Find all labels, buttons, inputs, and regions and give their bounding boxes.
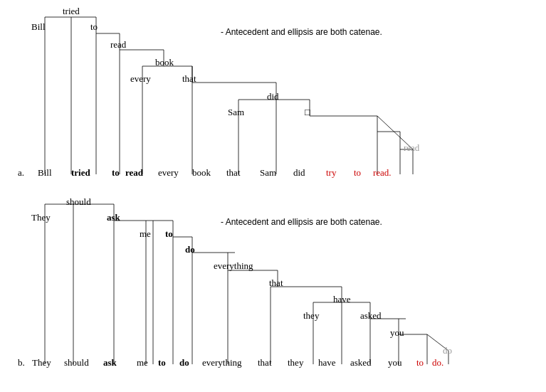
sent-to2-b: to: [416, 357, 424, 369]
sent-you-b: you: [388, 357, 402, 369]
annotation-b: - Antecedent and ellipsis are both caten…: [221, 217, 382, 227]
label-a: a.: [18, 167, 24, 179]
sent-book-a: book: [192, 167, 211, 179]
tree-word-that-a: that: [182, 73, 196, 85]
tree-word-that-b: that: [269, 277, 283, 289]
sent-every-a: every: [158, 167, 179, 179]
sent-bill-a: Bill: [38, 167, 52, 179]
sent-to-b: to: [158, 357, 166, 369]
sent-they-b: They: [32, 357, 51, 369]
tree-word-box-a: □: [305, 107, 310, 118]
syntax-diagram: tried Bill to read book every that did S…: [0, 0, 546, 392]
tree-word-sam-a: Sam: [228, 107, 244, 118]
sent-ask-b: ask: [103, 357, 117, 369]
sent-read-a: read: [125, 167, 143, 179]
sent-have-b: have: [318, 357, 336, 369]
tree-word-everything-b: everything: [214, 260, 253, 272]
sent-should-b: should: [64, 357, 89, 369]
sent-try-a: try: [326, 167, 336, 179]
sent-tried-a: tried: [71, 167, 90, 179]
sent-asked-b: asked: [350, 357, 372, 369]
tree-word-you-b: you: [390, 327, 404, 339]
sent-do2-b: do.: [432, 357, 443, 369]
tree-word-to-a: to: [90, 21, 98, 33]
tree-word-they-b: They: [31, 212, 51, 223]
tree-word-me-b: me: [140, 228, 151, 240]
tree-word-have-b: have: [333, 294, 351, 305]
sent-to-a: to: [112, 167, 120, 179]
sent-sam-a: Sam: [260, 167, 276, 179]
tree-word-read-a: read: [110, 39, 126, 51]
sent-they2-b: they: [288, 357, 303, 369]
tree-word-to-b: to: [165, 228, 173, 240]
tree-word-do-gray-b: do: [443, 345, 452, 356]
sent-read2-a: read.: [373, 167, 392, 179]
sent-me-b: me: [137, 357, 148, 369]
sent-do-b: do: [179, 357, 189, 369]
sent-that-a: that: [226, 167, 241, 179]
tree-word-every-a: every: [130, 73, 151, 85]
annotation-a: - Antecedent and ellipsis are both caten…: [221, 27, 382, 37]
tree-word-asked-b: asked: [360, 310, 382, 322]
tree-word-should-b: should: [66, 196, 91, 208]
tree-word-ask-b: ask: [107, 212, 120, 223]
sent-to2-a: to: [354, 167, 361, 179]
tree-word-did-a: did: [267, 91, 279, 102]
tree-word-read-gray-a: read: [404, 142, 419, 154]
label-b: b.: [18, 357, 25, 369]
sent-did-a: did: [293, 167, 305, 179]
tree-word-tried-a: tried: [63, 6, 80, 17]
tree-word-bill-a: Bill: [31, 21, 46, 33]
sent-that-b: that: [258, 357, 272, 369]
tree-word-they-b2: they: [303, 310, 319, 322]
tree-word-book-a: book: [155, 57, 174, 68]
tree-word-do-b: do: [185, 244, 195, 255]
sent-everything-b: everything: [202, 357, 242, 369]
